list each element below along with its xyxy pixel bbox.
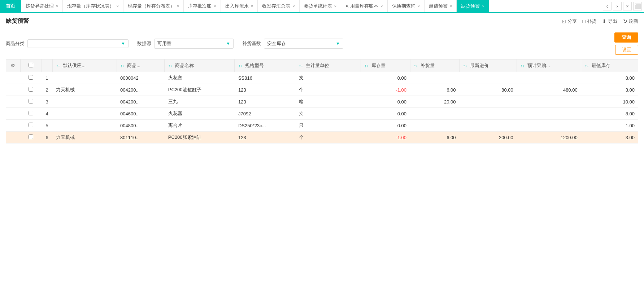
- query-button[interactable]: 查询: [614, 32, 638, 43]
- table-row: 3004200...三九123箱0.0020.0010.00: [6, 96, 638, 108]
- cell-min-stock: 10.00: [581, 96, 638, 108]
- tab-close-icon[interactable]: ×: [450, 4, 452, 8]
- select-all-checkbox[interactable]: [29, 63, 33, 67]
- th-default-supplier-label: 默认供应...: [63, 63, 86, 68]
- cell-spec: SS816: [235, 72, 295, 84]
- refresh-btn[interactable]: ↻ 刷新: [623, 18, 638, 25]
- th-spec[interactable]: ↑↓ 规格型号: [235, 59, 295, 72]
- row-checkbox[interactable]: [29, 123, 33, 127]
- cell-est-purchase: [517, 72, 581, 84]
- cell-product-name: 火花塞: [165, 108, 235, 120]
- th-latest-price[interactable]: ↑↓ 最新进价: [460, 59, 517, 72]
- cell-latest-price: [460, 108, 517, 120]
- row-checkbox[interactable]: [29, 134, 33, 139]
- tab-item-6[interactable]: 收发存汇总表×: [258, 0, 299, 12]
- tab-scroll-right[interactable]: ›: [613, 2, 622, 10]
- replenish-btn[interactable]: □ 补货: [583, 18, 596, 25]
- replenish-icon: □: [583, 18, 586, 24]
- th-stock-qty[interactable]: ↑↓ 库存量: [361, 59, 410, 72]
- tab-close-icon[interactable]: ×: [334, 4, 336, 8]
- th-product-name[interactable]: ↑↓ 商品名称: [165, 59, 235, 72]
- tab-item-3[interactable]: 现存量（库存分布表）×: [123, 0, 184, 12]
- th-default-supplier[interactable]: ↑↓ 默认供应...: [52, 59, 117, 72]
- row-checkbox[interactable]: [29, 87, 33, 92]
- cell-settings: [6, 84, 20, 96]
- row-checkbox[interactable]: [29, 99, 33, 103]
- tab-close-icon[interactable]: ×: [177, 4, 179, 8]
- tab-item-7[interactable]: 要货单统计表×: [300, 0, 341, 12]
- tab-item-9[interactable]: 保质期查询×: [388, 0, 425, 12]
- cell-unit: 支: [295, 108, 361, 120]
- replenish-base-select[interactable]: 安全库存 ▼: [264, 39, 343, 49]
- cell-settings: [6, 120, 20, 132]
- tab-item-10[interactable]: 超储预警×: [425, 0, 457, 12]
- tab-close-icon[interactable]: ×: [251, 4, 253, 8]
- replenish-base-select-value: 安全库存: [267, 40, 333, 47]
- settings-button[interactable]: 设置: [615, 45, 638, 55]
- row-checkbox[interactable]: [29, 75, 33, 80]
- close-window-btn[interactable]: ×: [623, 2, 632, 10]
- tab-item-2[interactable]: 现存量（库存状况表）×: [63, 0, 123, 12]
- cell-stock-qty: 0.00: [361, 120, 410, 132]
- cell-min-stock: 1.00: [581, 120, 638, 132]
- table-body: 10000042火花塞SS816支0.008.002力天机械004200...P…: [6, 72, 638, 144]
- th-checkbox[interactable]: [20, 59, 42, 72]
- tab-label: 出入库流水: [225, 3, 249, 9]
- cell-est-purchase: [517, 108, 581, 120]
- category-dropdown-icon: ▼: [121, 41, 125, 46]
- th-unit-label: 主计量单位: [306, 63, 329, 68]
- cell-latest-price: [460, 96, 517, 108]
- cell-checkbox[interactable]: [20, 84, 42, 96]
- datasource-filter-group: 数据源 可用量 ▼: [137, 39, 234, 49]
- tab-home[interactable]: 首页: [0, 0, 21, 12]
- table-row: 2力天机械004200...PC200油缸缸子123个-1.006.0080.0…: [6, 84, 638, 96]
- tab-close-icon[interactable]: ×: [292, 4, 295, 8]
- tab-close-icon[interactable]: ×: [116, 4, 118, 8]
- cell-spec: 123: [235, 132, 295, 144]
- tab-close-icon[interactable]: ×: [418, 4, 420, 8]
- th-unit[interactable]: ↑↓ 主计量单位: [295, 59, 361, 72]
- filter-action-buttons: 查询 设置: [614, 32, 638, 55]
- cell-stock-qty: -1.00: [361, 84, 410, 96]
- tab-item-4[interactable]: 库存批次账×: [184, 0, 221, 12]
- sort-icon-stock: ↑↓: [365, 63, 369, 68]
- tab-item-8[interactable]: 可用量库存账本×: [341, 0, 387, 12]
- th-replenish-qty[interactable]: ↑↓ 补货量: [410, 59, 460, 72]
- cell-checkbox[interactable]: [20, 72, 42, 84]
- datasource-select[interactable]: 可用量 ▼: [154, 39, 234, 49]
- cell-unit: 个: [295, 132, 361, 144]
- tab-item-11[interactable]: 缺货预警×: [457, 0, 489, 12]
- cell-checkbox[interactable]: [20, 108, 42, 120]
- category-select[interactable]: ▼: [27, 39, 129, 48]
- tab-close-icon[interactable]: ×: [56, 4, 58, 8]
- cell-default-supplier: [52, 120, 117, 132]
- th-min-stock[interactable]: ↑↓ 最低库存: [581, 59, 638, 72]
- th-settings[interactable]: ⚙: [6, 59, 20, 72]
- maximize-btn[interactable]: ⬜: [633, 2, 642, 10]
- cell-default-supplier: [52, 96, 117, 108]
- th-product-code[interactable]: ↑↓ 商品...: [117, 59, 165, 72]
- share-btn[interactable]: ⊡ 分享: [562, 18, 577, 25]
- th-spec-label: 规格型号: [245, 63, 264, 68]
- table-row: 10000042火花塞SS816支0.008.00: [6, 72, 638, 84]
- tab-close-icon[interactable]: ×: [482, 4, 484, 8]
- tab-scroll-left[interactable]: ‹: [603, 2, 612, 10]
- tab-close-icon[interactable]: ×: [214, 4, 216, 8]
- tab-item-5[interactable]: 出入库流水×: [221, 0, 258, 12]
- cell-product-code: 004200...: [117, 96, 165, 108]
- cell-checkbox[interactable]: [20, 120, 42, 132]
- share-icon: ⊡: [562, 18, 566, 24]
- cell-checkbox[interactable]: [20, 132, 42, 144]
- main-content: 缺货预警 ⊡ 分享 □ 补货 ⬇ 导出 ↻ 刷新 商品分类: [0, 13, 644, 287]
- th-replenish-qty-label: 补货量: [421, 63, 435, 68]
- export-btn[interactable]: ⬇ 导出: [602, 18, 617, 25]
- th-est-purchase[interactable]: ↑↓ 预计采购...: [517, 59, 581, 72]
- tab-nav-buttons: ‹ › × ⬜: [601, 2, 644, 10]
- th-stock-qty-label: 库存量: [371, 63, 386, 68]
- tab-item-1[interactable]: 拣货异常处理×: [21, 0, 63, 12]
- tab-close-icon[interactable]: ×: [380, 4, 383, 8]
- cell-stock-qty: 0.00: [361, 108, 410, 120]
- sort-icon-code: ↑↓: [121, 63, 125, 68]
- cell-checkbox[interactable]: [20, 96, 42, 108]
- row-checkbox[interactable]: [29, 111, 33, 115]
